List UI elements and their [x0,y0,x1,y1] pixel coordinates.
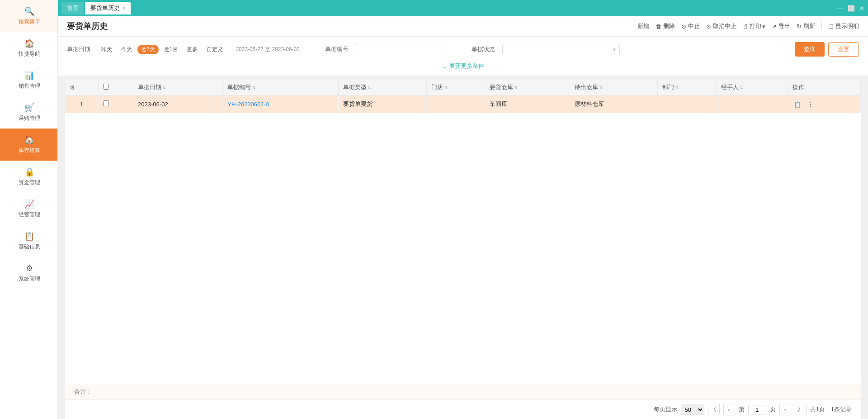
stop-button[interactable]: ⊘ 中止 [681,22,700,30]
col-label-doc_type: 单据类型 [343,84,367,90]
refresh-button[interactable]: ↻ 刷新 [797,22,815,30]
refresh-icon: ↻ [797,23,802,30]
th-handler[interactable]: 经手人⇅ [716,80,788,95]
sidebar-item-system[interactable]: ⚙系统管理 [0,257,57,289]
sidebar: 🔍搜索菜单🏠快捷导航📊销售管理🛒采购管理🏠库存核算🔒资金管理📈经营管理📋基础信息… [0,0,58,419]
cancel-stop-icon: ⊙ [706,23,711,30]
date-shortcut-近1月[interactable]: 近1月 [160,45,182,54]
sort-icon-doc_type: ⇅ [368,85,371,90]
row-num-0: 1 [65,95,99,113]
page-input[interactable] [748,405,766,414]
sidebar-item-purchase[interactable]: 🛒采购管理 [0,96,57,129]
filter-row-1: 单据日期 昨天今天近7天近1月更多自定义 2023-05-27 至 2023-0… [67,42,859,57]
divider [821,22,822,30]
th-store[interactable]: 门店⇅ [426,80,485,95]
tab-requisition-history[interactable]: 要货单历史× [85,2,131,14]
row-pending-warehouse-0: 原材料仓库 [570,95,658,113]
header-row: ⚙单据日期⇅单据编号⇅单据类型⇅门店⇅要货仓库⇅待出仓库⇅部门⇅经手人⇅操作 [65,80,861,95]
sidebar-item-basic-info[interactable]: 📋基础信息 [0,225,57,257]
th-checkbox [99,80,133,95]
pagination-bar: 每页显示 102050100 《 ‹ 第 页 › 》 共1页，1条记录 [65,400,861,419]
sidebar-item-search[interactable]: 🔍搜索菜单 [0,0,57,32]
row-checkbox-0[interactable] [99,95,133,113]
sort-icon-department: ⇅ [675,85,679,90]
sort-icon-pending_warehouse: ⇅ [599,85,603,90]
minimize-btn[interactable]: — [837,5,843,12]
page-content: 要货单历史 + 新增 🗑 删除 ⊘ 中止 ⊙ 取消中止 🖨 打印 [58,16,868,419]
row-handler-0 [716,95,788,113]
sidebar-item-label-finance: 资金管理 [19,179,40,186]
date-range: 2023-05-27 至 2023-06-02 [236,46,299,53]
date-shortcut-今天[interactable]: 今天 [118,45,136,54]
sort-icon-doc_date: ⇅ [162,85,166,90]
date-shortcut-更多[interactable]: 更多 [183,45,201,54]
stop-icon: ⊘ [681,23,686,30]
select-all-checkbox[interactable] [103,84,109,90]
tab-home[interactable]: 首页 [61,2,84,14]
row-checkbox-input-0[interactable] [103,100,109,106]
doc-number-input[interactable] [356,44,446,55]
export-icon: ↗ [772,23,777,30]
status-label: 单据状态 [472,45,495,53]
export-button[interactable]: ↗ 导出 [772,22,790,30]
status-input[interactable] [506,46,613,53]
delete-button[interactable]: 🗑 删除 [656,22,675,30]
settings-button[interactable]: 设置 [828,42,859,57]
sidebar-item-label-inventory: 库存核算 [19,147,40,154]
th-settings: ⚙ [65,80,99,95]
new-button[interactable]: + 新增 [632,22,649,30]
date-label: 单据日期 [67,45,90,53]
settings-col-icon[interactable]: ⚙ [70,84,75,91]
row-doc-date-0: 2023-06-02 [133,95,223,113]
th-doc_date[interactable]: 单据日期⇅ [133,80,223,95]
display-detail-button[interactable]: ☐ 显示明细 [828,22,859,30]
tab-label-home: 首页 [67,4,79,12]
date-shortcut-昨天[interactable]: 昨天 [98,45,116,54]
page-title: 要货单历史 [67,21,108,32]
query-button[interactable]: 查询 [795,42,825,57]
sidebar-item-quick-nav[interactable]: 🏠快捷导航 [0,32,57,64]
sidebar-item-inventory[interactable]: 🏠库存核算 [0,129,57,161]
main-area: 首页要货单历史× — ⬜ ✕ 要货单历史 + 新增 🗑 删除 ⊘ 中止 ⊙ [58,0,868,419]
cancel-stop-button[interactable]: ⊙ 取消中止 [706,22,736,30]
date-shortcut-自定义[interactable]: 自定义 [203,45,226,54]
row-op-edit-0[interactable]: 📋 [793,99,802,109]
row-op-more-0[interactable]: ⋮ [805,99,815,109]
th-req_warehouse[interactable]: 要货仓库⇅ [485,80,570,95]
sort-icon-handler: ⇅ [740,85,743,90]
th-doc_type[interactable]: 单据类型⇅ [338,80,426,95]
table-footer: 合计： [65,384,861,400]
sidebar-item-label-operations: 经营管理 [19,211,40,219]
table-row: 1 2023-06-02 YH-20230602-0 要货单要货 车间库 原材料… [65,95,861,113]
th-pending_warehouse[interactable]: 待出仓库⇅ [570,80,658,95]
last-page-button[interactable]: 》 [795,404,807,415]
filter-area: 单据日期 昨天今天近7天近1月更多自定义 2023-05-27 至 2023-0… [58,37,868,76]
doc-number-label: 单据编号 [325,45,349,53]
prev-page-button[interactable]: ‹ [723,404,735,415]
close-btn[interactable]: ✕ [859,5,864,12]
th-department[interactable]: 部门⇅ [658,80,716,95]
row-doc-number-0[interactable]: YH-20230602-0 [223,95,338,113]
col-label-operation: 操作 [793,84,804,90]
page-header: 要货单历史 + 新增 🗑 删除 ⊘ 中止 ⊙ 取消中止 🖨 打印 [58,16,868,37]
sidebar-item-label-search: 搜索菜单 [19,18,40,26]
th-doc_number[interactable]: 单据编号⇅ [223,80,338,95]
status-arrow-icon: ▾ [613,47,616,52]
sidebar-item-finance[interactable]: 🔒资金管理 [0,161,57,193]
maximize-btn[interactable]: ⬜ [848,5,855,12]
sidebar-item-operations[interactable]: 📈经营管理 [0,193,57,225]
table-scroll-area[interactable]: ⚙单据日期⇅单据编号⇅单据类型⇅门店⇅要货仓库⇅待出仓库⇅部门⇅经手人⇅操作 1… [65,80,861,384]
status-select[interactable]: ▾ [502,44,620,55]
first-page-button[interactable]: 《 [708,404,720,415]
per-page-select[interactable]: 102050100 [681,405,704,415]
date-shortcut-近7天[interactable]: 近7天 [137,45,159,54]
sidebar-item-label-purchase: 采购管理 [19,114,40,122]
row-store-0 [426,95,485,113]
expand-more-button[interactable]: ⌄ 展开更多条件 [67,60,859,72]
col-label-handler: 经手人 [721,84,739,90]
next-page-button[interactable]: › [779,404,791,415]
tab-close-requisition-history[interactable]: × [123,5,125,11]
sidebar-item-sales[interactable]: 📊销售管理 [0,64,57,96]
print-button[interactable]: 🖨 打印 ▾ [743,22,765,30]
table-head: ⚙单据日期⇅单据编号⇅单据类型⇅门店⇅要货仓库⇅待出仓库⇅部门⇅经手人⇅操作 [65,80,861,95]
